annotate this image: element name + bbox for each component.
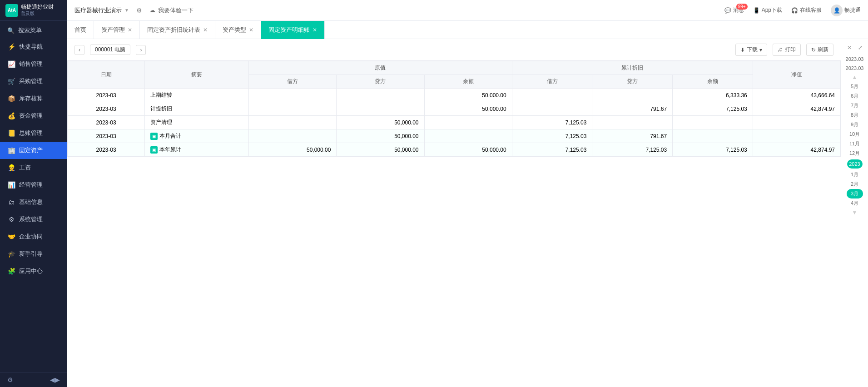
timeline-month-12[interactable]: 12月	[841, 149, 868, 158]
sidebar-item-fixed-assets[interactable]: 🏢 固定资产	[0, 142, 67, 159]
close-panel-button[interactable]: ✕	[844, 43, 854, 53]
timeline-month-6[interactable]: 6月	[841, 91, 868, 101]
row2-net-value: 42,874.97	[753, 102, 840, 116]
row2-summary: 计提折旧	[145, 102, 249, 116]
inventory-icon: 📦	[7, 94, 15, 103]
logo-text-block: 畅捷通好业财 普及版	[21, 4, 54, 17]
sidebar-item-quick-nav[interactable]: ⚡ 快捷导航	[0, 38, 67, 55]
row2-ov-credit	[337, 102, 424, 116]
app-center-icon: 🧩	[7, 267, 15, 275]
download-icon: 📱	[753, 7, 760, 14]
sidebar-item-ledger[interactable]: 📒 总账管理	[0, 124, 67, 142]
inventory-label: 库存核算	[19, 94, 43, 103]
experience-button[interactable]: ☁ 我要体验一下	[149, 6, 193, 15]
timeline-month-7[interactable]: 7月	[841, 101, 868, 110]
download-dropdown-arrow: ▾	[759, 47, 762, 53]
tab-asset-type-close[interactable]: ✕	[249, 27, 253, 33]
sidebar-item-inventory[interactable]: 📦 库存核算	[0, 90, 67, 107]
tab-asset-type[interactable]: 资产类型 ✕	[215, 21, 261, 39]
tab-depreciation-report-close[interactable]: ✕	[203, 27, 208, 33]
next-arrow[interactable]: ›	[136, 45, 146, 55]
th-summary: 摘要	[145, 61, 249, 89]
row5-ov-credit: 50,000.00	[337, 143, 424, 157]
timeline-month-11[interactable]: 11月	[841, 139, 868, 149]
purchase-label: 采购管理	[19, 77, 43, 85]
row3-ov-credit: 50,000.00	[337, 116, 424, 129]
row4-summary: ▣本月合计	[145, 129, 249, 143]
company-name: 医疗器械行业演示	[74, 6, 122, 15]
timeline-up-arrow[interactable]: ▲	[852, 73, 858, 82]
customer-service-icon: 🎧	[791, 7, 798, 14]
topbar-right: 💬 消息 99+ 📱 App下载 🎧 在线客服 👤 畅捷通	[724, 5, 861, 16]
timeline-year-2023-2[interactable]: 2023.03	[841, 64, 868, 73]
sidebar-item-finance[interactable]: 💰 资金管理	[0, 107, 67, 124]
timeline-year-2023-1[interactable]: 2023.03	[841, 55, 868, 64]
settings-button[interactable]: ⚙	[136, 7, 142, 14]
timeline-month-9[interactable]: 9月	[841, 120, 868, 129]
sidebar-item-system[interactable]: ⚙ 系统管理	[0, 211, 67, 228]
row4-ov-debit	[249, 129, 337, 143]
timeline-section-top: 2023.03 2023.03	[841, 55, 868, 73]
timeline-month-1[interactable]: 1月	[841, 170, 868, 179]
current-year-badge[interactable]: 2023	[847, 159, 863, 169]
download-label: App下载	[762, 6, 782, 14]
experience-icon: ☁	[149, 7, 155, 14]
sidebar-item-collaboration[interactable]: 🤝 企业协同	[0, 228, 67, 245]
tab-asset-detail[interactable]: 固定资产明细账 ✕	[261, 21, 325, 39]
sidebar-item-basic-info[interactable]: 🗂 基础信息	[0, 194, 67, 211]
refresh-button[interactable]: ↻ 刷新	[806, 44, 833, 56]
th-original-value: 原值	[249, 61, 512, 75]
row5-date: 2023-03	[68, 143, 145, 157]
sidebar-item-operations[interactable]: 📊 经营管理	[0, 176, 67, 194]
download-button[interactable]: ⬇ 下载 ▾	[735, 44, 767, 56]
row2-ad-balance: 7,125.03	[673, 102, 753, 116]
row4-date: 2023-03	[68, 129, 145, 143]
fixed-assets-label: 固定资产	[19, 146, 43, 154]
print-button[interactable]: 🖨 打印	[773, 44, 801, 56]
timeline-month-2[interactable]: 2月	[841, 179, 868, 189]
timeline-month-5[interactable]: 5月	[841, 82, 868, 91]
prev-arrow[interactable]: ‹	[74, 45, 84, 55]
tab-asset-management[interactable]: 资产管理 ✕	[94, 21, 140, 39]
main-area: 医疗器械行业演示 ▼ ⚙ ☁ 我要体验一下 💬 消息 99+ 📱 App下载 🎧…	[67, 0, 868, 387]
timeline-month-4[interactable]: 4月	[841, 198, 868, 208]
search-label: 搜索菜单	[18, 26, 42, 35]
sidebar-item-sales[interactable]: 📈 销售管理	[0, 55, 67, 73]
sidebar-item-app-center[interactable]: 🧩 应用中心	[0, 263, 67, 280]
tab-depreciation-report[interactable]: 固定资产折旧统计表 ✕	[140, 21, 215, 39]
operations-label: 经营管理	[19, 181, 43, 189]
user-profile[interactable]: 👤 畅捷通	[831, 5, 861, 16]
sidebar-item-purchase[interactable]: 🛒 采购管理	[0, 73, 67, 90]
sidebar-item-guide[interactable]: 🎓 新手引导	[0, 245, 67, 263]
row1-ov-balance: 50,000.00	[424, 89, 512, 102]
page-content: ‹ 000001 电脑 › ⬇ 下载 ▾ 🖨 打印 ↻ 刷新	[67, 39, 841, 387]
sidebar-item-payroll[interactable]: 👷 工资	[0, 159, 67, 176]
row3-ov-debit	[249, 116, 337, 129]
tab-asset-management-close[interactable]: ✕	[128, 27, 132, 33]
expand-panel-button[interactable]: ⤢	[855, 43, 865, 53]
download-button[interactable]: 📱 App下载	[753, 6, 782, 14]
search-icon: 🔍	[7, 27, 15, 34]
timeline-month-3-active[interactable]: 3月	[847, 189, 863, 198]
company-selector[interactable]: 医疗器械行业演示 ▼	[74, 6, 129, 15]
sidebar-search[interactable]: 🔍 搜索菜单	[0, 23, 67, 38]
tab-depreciation-report-label: 固定资产折旧统计表	[147, 26, 200, 34]
fixed-assets-icon: 🏢	[7, 146, 15, 154]
quick-nav-icon: ⚡	[7, 43, 15, 51]
guide-label: 新手引导	[19, 250, 43, 258]
collapse-icon[interactable]: ◀▶	[50, 376, 60, 383]
row3-ad-debit: 7,125.03	[512, 116, 592, 129]
row2-ov-debit	[249, 102, 337, 116]
notification-button[interactable]: 💬 消息 99+	[724, 6, 744, 14]
tab-asset-detail-close[interactable]: ✕	[312, 27, 317, 33]
tab-home[interactable]: 首页	[74, 21, 94, 39]
collaboration-label: 企业协同	[19, 233, 43, 241]
settings-icon[interactable]: ⚙	[7, 376, 13, 383]
timeline-down-arrow[interactable]: ▼	[852, 208, 858, 217]
table-row-monthly-total: 2023-03 ▣本月合计 50,000.00 7,125.03 791.67	[68, 129, 841, 143]
timeline-month-10[interactable]: 10月	[841, 129, 868, 139]
timeline-month-8[interactable]: 8月	[841, 110, 868, 120]
customer-service-button[interactable]: 🎧 在线客服	[791, 6, 822, 14]
row3-net-value	[753, 116, 840, 129]
collaboration-icon: 🤝	[7, 233, 15, 241]
